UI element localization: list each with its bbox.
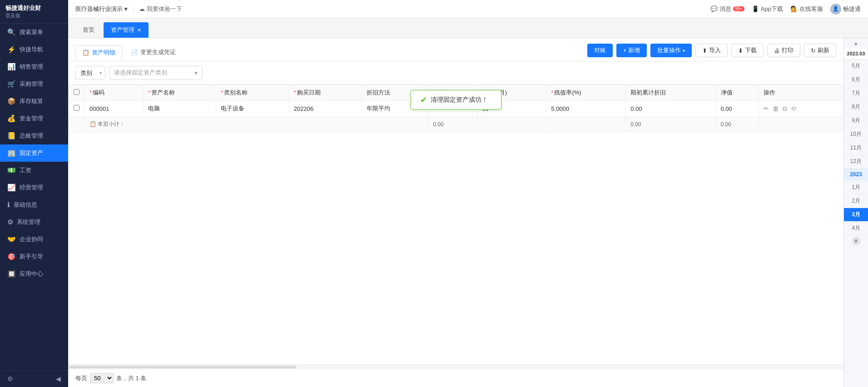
new-button[interactable]: + 新增 (616, 44, 647, 57)
dl-icon: ⬇ (738, 47, 743, 54)
sidebar-item-固定资产[interactable]: 🏢固定资产 (0, 144, 68, 162)
sidebar-icon-1: ⚡ (7, 45, 16, 54)
subtotal-label: 📋 本页小计： (89, 121, 125, 127)
subtab-bar: 📋 资产明细 📄 变更生成凭证 对账 + 新增 批量操作 ▾ (68, 38, 843, 61)
download-icon: 📱 (752, 5, 759, 12)
sidebar-item-经营管理[interactable]: 📈经营管理 (0, 179, 68, 196)
select-all-header[interactable] (69, 85, 85, 101)
cal-down-arrow[interactable]: ▼ (844, 235, 868, 247)
sidebar-icon-2: 📊 (7, 63, 16, 71)
subtab-voucher[interactable]: 📄 变更生成凭证 (124, 45, 183, 60)
cal-month-4[interactable]: 4月 (844, 222, 868, 235)
topbar-divider (133, 5, 134, 13)
tab-asset-management[interactable]: 资产管理 ✕ (104, 22, 149, 38)
pagination-bar: 每页 50 10 20 100 条，共 1 条 (68, 369, 843, 387)
sidebar-item-系统管理[interactable]: ⚙系统管理 (0, 213, 68, 231)
topbar-right: 💬 消息 99+ 📱 App下载 💁 在线客服 👤 畅捷通 (710, 4, 861, 15)
customer-service-button[interactable]: 💁 在线客服 (790, 5, 823, 13)
sidebar-item-工资[interactable]: 💵工资 (0, 162, 68, 179)
chevron-down-icon: ▾ (124, 5, 128, 12)
cal-month-8[interactable]: 8月 (844, 100, 868, 114)
col-category: *类别名称 (216, 85, 289, 101)
message-button[interactable]: 💬 消息 99+ (710, 5, 744, 13)
col-net-value: 净值 (716, 85, 759, 101)
sidebar-label-10: 基础信息 (14, 201, 37, 209)
sidebar-item-新手引导[interactable]: 🎯新手引导 (0, 248, 68, 265)
sidebar-label-4: 库存核算 (20, 97, 43, 105)
cal-month-2[interactable]: 2月 (844, 194, 868, 208)
company-selector[interactable]: 医疗器械行业演示 ▾ (75, 5, 128, 13)
toast-container: ✔ 清理固定资产成功！ (411, 90, 501, 110)
sidebar-icon-8: 💵 (7, 166, 16, 174)
sidebar-icon-11: ⚙ (7, 218, 13, 226)
subtab-asset-detail[interactable]: 📋 资产明细 (75, 45, 122, 60)
more-icon[interactable]: ⟲ (791, 105, 796, 112)
cal-month-6[interactable]: 6月 (844, 73, 868, 87)
col-code: *编码 (85, 85, 144, 101)
select-all-checkbox[interactable] (74, 89, 79, 95)
export-button[interactable]: ⬆ 导入 (695, 44, 728, 57)
sidebar-nav: 🔍搜索菜单⚡快捷导航📊销售管理🛒采购管理📦库存核算💰资金管理📒总账管理🏢固定资产… (0, 24, 68, 370)
sidebar-label-8: 工资 (20, 166, 31, 174)
sidebar-item-总账管理[interactable]: 📒总账管理 (0, 127, 68, 144)
asset-category-dropdown[interactable]: 请选择固定资产类别 ▾ (109, 66, 203, 79)
cell-actions: ✏ 🗑 ⧉ ⟲ (759, 101, 843, 117)
cell-initial-depreciation: 0.00 (626, 101, 716, 117)
sidebar-item-基础信息[interactable]: ℹ基础信息 (0, 196, 68, 213)
sidebar-item-采购管理[interactable]: 🛒采购管理 (0, 75, 68, 93)
app-download-button[interactable]: 📱 App下载 (752, 5, 783, 13)
subtotal-net: 0.00 (716, 117, 759, 132)
cal-month-11[interactable]: 11月 (844, 141, 868, 155)
main-area: 医疗器械行业演示 ▾ ☁ 我要体验一下 💬 消息 99+ 📱 App下载 💁 在… (68, 0, 868, 387)
sidebar-item-销售管理[interactable]: 📊销售管理 (0, 58, 68, 75)
sidebar-label-14: 应用中心 (20, 270, 43, 278)
experience-button[interactable]: ☁ 我要体验一下 (139, 5, 182, 13)
row-checkbox-0[interactable] (74, 105, 79, 111)
print-button[interactable]: 🖨 打印 (767, 44, 800, 57)
cal-year-2023[interactable]: 2023 (844, 169, 868, 181)
cell-category: 电子设备 (216, 101, 289, 117)
collapse-icon[interactable]: ◀ (56, 375, 61, 382)
company-name: 医疗器械行业演示 (75, 5, 123, 13)
category-select[interactable]: 类别 (75, 66, 105, 79)
cal-month-5[interactable]: 5月 (844, 60, 868, 73)
cal-month-10[interactable]: 10月 (844, 128, 868, 141)
cal-month-9[interactable]: 9月 (844, 114, 868, 128)
toast-message: 清理固定资产成功！ (431, 96, 488, 104)
delete-icon[interactable]: 🗑 (773, 105, 779, 112)
cal-month-3-current[interactable]: 3月 (844, 208, 868, 222)
copy-icon[interactable]: ⧉ (783, 105, 787, 113)
per-page-select[interactable]: 50 10 20 100 (90, 373, 114, 383)
sidebar-item-快捷导航[interactable]: ⚡快捷导航 (0, 41, 68, 58)
sidebar-label-6: 总账管理 (20, 132, 43, 140)
sidebar-item-企业协同[interactable]: 🤝企业协同 (0, 231, 68, 248)
sidebar-icon-12: 🤝 (7, 235, 16, 243)
tab-home[interactable]: 首页 (75, 22, 102, 38)
sidebar-label-9: 经营管理 (20, 184, 43, 192)
cell-purchase-date: 202206 (289, 101, 362, 117)
sidebar-item-资金管理[interactable]: 💰资金管理 (0, 110, 68, 127)
cell-name: 电脑 (143, 101, 216, 117)
batch-button[interactable]: 批量操作 ▾ (650, 44, 692, 57)
cal-month-12[interactable]: 12月 (844, 155, 868, 169)
cal-up-arrow[interactable]: ▲ (844, 38, 868, 48)
refresh-button[interactable]: ↻ 刷新 (804, 44, 836, 57)
sidebar-label-2: 销售管理 (20, 63, 43, 71)
settings-icon[interactable]: ⚙ (7, 375, 13, 382)
category-filter-wrapper: 类别 ▾ (75, 66, 105, 79)
edit-icon[interactable]: ✏ (764, 105, 769, 112)
cal-month-1[interactable]: 1月 (844, 181, 868, 194)
subtotal-row: 📋 本页小计： 0.00 0.00 0.00 (69, 117, 843, 132)
tabbar: 首页 资产管理 ✕ (68, 18, 868, 38)
sidebar-item-搜索菜单[interactable]: 🔍搜索菜单 (0, 24, 68, 41)
download-button[interactable]: ⬇ 下载 (731, 44, 764, 57)
horizontal-scrollbar[interactable] (68, 364, 843, 369)
user-area[interactable]: 👤 畅捷通 (830, 4, 861, 15)
reconcile-button[interactable]: 对账 (587, 44, 613, 57)
cal-circle-icon: ▼ (852, 237, 860, 245)
cal-month-7[interactable]: 7月 (844, 87, 868, 100)
sidebar-icon-4: 📦 (7, 97, 16, 105)
tab-close-icon[interactable]: ✕ (137, 28, 141, 33)
sidebar-item-库存核算[interactable]: 📦库存核算 (0, 93, 68, 110)
sidebar-item-应用中心[interactable]: 🔲应用中心 (0, 265, 68, 283)
